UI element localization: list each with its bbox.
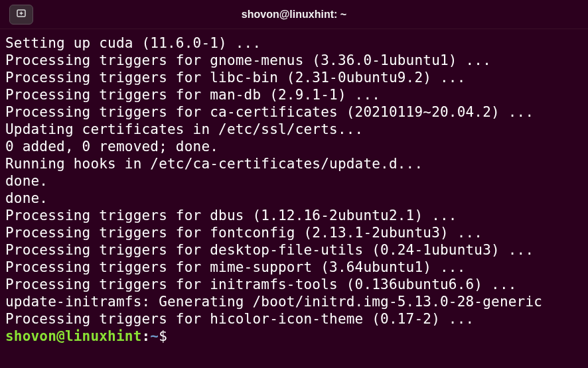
prompt-symbol: $ <box>159 328 167 344</box>
new-tab-icon <box>16 8 27 21</box>
terminal-cursor <box>176 330 183 344</box>
prompt-path: ~ <box>150 328 159 344</box>
new-tab-button[interactable] <box>9 5 33 25</box>
terminal-line: Processing triggers for libc-bin (2.31-0… <box>5 69 583 86</box>
terminal-output[interactable]: Setting up cuda (11.6.0-1) ... Processin… <box>0 29 588 350</box>
terminal-line: done. <box>5 172 583 190</box>
terminal-line: done. <box>5 190 583 207</box>
terminal-line: Processing triggers for desktop-file-uti… <box>5 241 583 259</box>
terminal-line: Updating certificates in /etc/ssl/certs.… <box>5 121 583 138</box>
prompt-user-host: shovon@linuxhint <box>5 328 142 344</box>
terminal-line: Processing triggers for ca-certificates … <box>5 103 583 121</box>
terminal-line: Processing triggers for gnome-menus (3.3… <box>5 52 583 69</box>
window-titlebar: shovon@linuxhint: ~ <box>0 0 588 29</box>
prompt-colon: : <box>142 328 151 344</box>
terminal-prompt[interactable]: shovon@linuxhint:~$ <box>5 328 583 345</box>
terminal-line: Processing triggers for dbus (1.12.16-2u… <box>5 207 583 224</box>
terminal-line: Processing triggers for fontconfig (2.13… <box>5 224 583 241</box>
terminal-line: Running hooks in /etc/ca-certificates/up… <box>5 155 583 172</box>
terminal-line: Processing triggers for mime-support (3.… <box>5 259 583 276</box>
window-title: shovon@linuxhint: ~ <box>242 9 346 21</box>
terminal-line: 0 added, 0 removed; done. <box>5 138 583 155</box>
terminal-line: Processing triggers for hicolor-icon-the… <box>5 310 583 328</box>
prompt-space <box>167 328 176 344</box>
terminal-line: Processing triggers for initramfs-tools … <box>5 276 583 293</box>
terminal-line: update-initramfs: Generating /boot/initr… <box>5 293 583 310</box>
terminal-line: Processing triggers for man-db (2.9.1-1)… <box>5 86 583 103</box>
terminal-line: Setting up cuda (11.6.0-1) ... <box>5 34 583 52</box>
